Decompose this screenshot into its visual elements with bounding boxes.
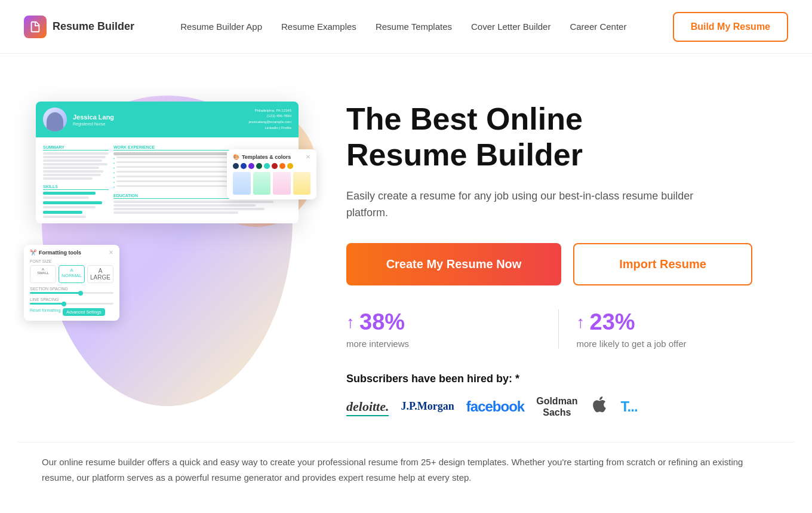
arrow-up-interviews: ↑: [346, 313, 355, 332]
advanced-settings-btn[interactable]: Advanced Settings: [63, 308, 104, 316]
hero-text-column: The Best Online Resume Builder Easily cr…: [346, 90, 788, 418]
reset-formatting-btn[interactable]: Reset formatting: [30, 308, 60, 316]
arrow-up-job-offer: ↑: [577, 313, 585, 332]
hero-title: The Best Online Resume Builder: [346, 102, 788, 173]
logo-text: Resume Builder: [53, 20, 134, 33]
line-spacing-slider[interactable]: [30, 303, 113, 305]
color-dots: [233, 163, 310, 169]
hero-image-column: Jessica Lang Registered Nurse Philadelph…: [24, 90, 310, 418]
header: Resume Builder Resume Builder App Resume…: [0, 0, 812, 54]
main-nav: Resume Builder App Resume Examples Resum…: [180, 21, 626, 32]
deloitte-logo: deloitte.: [346, 399, 389, 414]
font-size-label: FONT SIZE: [30, 259, 113, 263]
nav-item-resume-templates[interactable]: Resume Templates: [376, 21, 452, 32]
stat-job-offer-label: more likely to get a job offer: [577, 339, 771, 349]
goldman-sachs-logo: GoldmanSachs: [536, 395, 577, 418]
hired-section: Subscribers have been hired by: * deloit…: [346, 373, 788, 418]
jpmorgan-logo: J.P.Morgan: [401, 400, 454, 413]
stats-row: ↑ 38% more interviews ↑ 23% more likely …: [346, 309, 788, 349]
resume-job-title: Registered Nurse: [73, 122, 114, 126]
hero-subtitle: Easily create a resume for any job using…: [346, 188, 728, 222]
apple-logo: [590, 395, 609, 418]
stat-interviews: ↑ 38% more interviews: [346, 309, 559, 349]
nav-item-cover-letter[interactable]: Cover Letter Builder: [471, 21, 550, 32]
section-spacing-label: SECTION SPACING: [30, 287, 113, 291]
hired-logos: deloitte. J.P.Morgan facebook GoldmanSac…: [346, 395, 788, 418]
templates-panel: 🎨 Templates & colors ✕: [227, 149, 316, 199]
twitter-logo: T...: [621, 398, 638, 415]
hired-title: Subscribers have been hired by: *: [346, 373, 788, 385]
nav-item-resume-examples[interactable]: Resume Examples: [281, 21, 356, 32]
font-large-btn[interactable]: ALARGE: [87, 265, 113, 283]
footer-description: Our online resume builder offers a quick…: [18, 442, 794, 509]
hero-section: Jessica Lang Registered Nurse Philadelph…: [0, 54, 812, 442]
stat-job-offer: ↑ 23% more likely to get a job offer: [577, 309, 789, 349]
nav-item-career-center[interactable]: Career Center: [570, 21, 626, 32]
resume-name: Jessica Lang: [73, 113, 114, 121]
formatting-panel-title: ✂️ Formatting tools ✕: [30, 250, 113, 256]
resume-header: Jessica Lang Registered Nurse Philadelph…: [36, 102, 299, 137]
templates-panel-title: 🎨 Templates & colors ✕: [233, 154, 310, 160]
resume-name-block: Jessica Lang Registered Nurse: [73, 113, 114, 125]
font-normal-btn[interactable]: ANORMAL: [59, 265, 85, 283]
create-resume-button[interactable]: Create My Resume Now: [346, 243, 561, 285]
logo[interactable]: Resume Builder: [24, 16, 134, 38]
stat-interviews-label: more interviews: [346, 339, 540, 349]
facebook-logo: facebook: [466, 398, 524, 415]
formatting-panel: ✂️ Formatting tools ✕ FONT SIZE ASMALL A…: [24, 245, 119, 321]
hero-cta-row: Create My Resume Now Import Resume: [346, 243, 788, 285]
font-small-btn[interactable]: ASMALL: [30, 265, 56, 283]
stat-interviews-number: 38%: [359, 309, 405, 335]
resume-avatar: [43, 107, 67, 131]
logo-svg: [29, 20, 42, 33]
logo-icon: [24, 16, 47, 38]
line-spacing-label: LINE SPACING: [30, 297, 113, 302]
hero-title-line2: Resume Builder: [346, 137, 583, 172]
nav-item-resume-builder-app[interactable]: Resume Builder App: [180, 21, 262, 32]
hero-title-line1: The Best Online: [346, 102, 583, 136]
stat-job-offer-number: 23%: [590, 309, 635, 335]
footer-desc-text: Our online resume builder offers a quick…: [42, 454, 770, 485]
template-thumbnails: [233, 172, 310, 195]
build-my-resume-button[interactable]: Build My Resume: [673, 12, 788, 42]
avatar-silhouette: [47, 112, 63, 131]
import-resume-button[interactable]: Import Resume: [573, 243, 752, 285]
section-spacing-slider[interactable]: [30, 292, 113, 294]
resume-mockup: Jessica Lang Registered Nurse Philadelph…: [36, 102, 299, 223]
font-size-row: ASMALL ANORMAL ALARGE: [30, 265, 113, 283]
resume-contact: Philadelphia, PA 12345 (123) 456-7890 je…: [249, 108, 291, 131]
resume-left-col: Summary Skills: [43, 142, 109, 219]
